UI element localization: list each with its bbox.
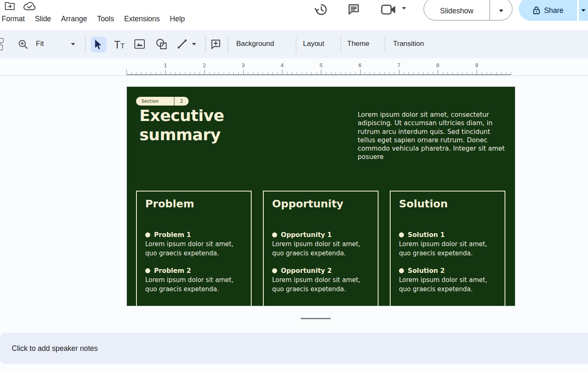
ruler-tick bbox=[233, 72, 234, 74]
ruler-tick bbox=[452, 72, 453, 74]
list-item: Solution 1 Lorem ipsum dolor sit amet, q… bbox=[399, 231, 496, 258]
slide[interactable]: Section 2 Executive summary Lorem ipsum … bbox=[127, 87, 515, 306]
ruler-tick bbox=[238, 72, 239, 74]
ruler-tick bbox=[389, 72, 389, 74]
camera-dropdown-caret[interactable] bbox=[402, 7, 406, 10]
speaker-notes-input[interactable]: Click to add speaker notes bbox=[0, 333, 588, 364]
ruler-tick bbox=[462, 72, 462, 74]
ruler-tick bbox=[302, 72, 302, 74]
line-icon bbox=[176, 38, 188, 50]
ruler-tick bbox=[496, 72, 497, 74]
ruler-tick bbox=[501, 72, 502, 74]
ruler-tick bbox=[204, 70, 205, 74]
ruler-tick bbox=[384, 72, 385, 74]
toolbar-divider bbox=[228, 36, 228, 53]
ruler-tick bbox=[316, 72, 317, 74]
menu-help[interactable]: Help bbox=[165, 13, 190, 25]
ruler-tick bbox=[224, 72, 224, 74]
slide-intro-text[interactable]: Lorem ipsum dolor sit amet, consectetur … bbox=[358, 111, 507, 161]
item-body: Lorem ipsum dolor sit amet, quo graecis … bbox=[272, 240, 369, 258]
item-body: Lorem ipsum dolor sit amet, quo graecis … bbox=[272, 276, 369, 294]
add-comment-button[interactable] bbox=[209, 38, 222, 51]
ruler-tick bbox=[136, 72, 136, 74]
column-problem[interactable]: Problem Problem 1 Lorem ipsum dolor sit … bbox=[136, 191, 252, 306]
zoom-level-select[interactable]: Fit bbox=[36, 40, 44, 48]
ruler-tick bbox=[219, 72, 219, 74]
ruler-tick bbox=[243, 70, 244, 74]
slide-title[interactable]: Executive summary bbox=[139, 106, 248, 144]
ruler-number: 7 bbox=[397, 62, 401, 68]
line-dropdown-caret[interactable] bbox=[192, 43, 196, 45]
image-icon bbox=[134, 38, 146, 50]
item-label: Opportunity 1 bbox=[281, 231, 332, 239]
menu-format[interactable]: Format bbox=[0, 13, 30, 25]
ruler-tick bbox=[438, 70, 438, 74]
share-button[interactable]: Share bbox=[519, 0, 577, 21]
ruler-tick bbox=[165, 70, 166, 74]
background-button[interactable]: Background bbox=[236, 40, 274, 48]
item-body: Lorem ipsum dolor sit amet, quo graecis … bbox=[399, 276, 496, 294]
section-badge[interactable]: Section 2 bbox=[136, 97, 189, 106]
notes-resize-handle[interactable] bbox=[300, 318, 331, 319]
menu-tools[interactable]: Tools bbox=[92, 13, 119, 25]
menu-slide[interactable]: Slide bbox=[30, 13, 56, 25]
item-body: Lorem ipsum dolor sit amet, quo graecis … bbox=[145, 276, 242, 294]
toolbar-divider bbox=[341, 36, 341, 53]
shape-tool-button[interactable] bbox=[154, 38, 169, 51]
ruler-tick bbox=[229, 72, 229, 74]
ruler-tick bbox=[287, 72, 288, 74]
ruler-tick bbox=[472, 72, 472, 74]
column-solution[interactable]: Solution Solution 1 Lorem ipsum dolor si… bbox=[390, 191, 505, 306]
ruler-number: 1 bbox=[164, 62, 167, 68]
transition-button[interactable]: Transition bbox=[393, 40, 424, 48]
select-tool-button[interactable] bbox=[91, 37, 106, 53]
slideshow-button[interactable]: Slideshow bbox=[424, 0, 490, 20]
meet-camera-button[interactable] bbox=[380, 3, 399, 18]
ruler-tick bbox=[433, 72, 433, 74]
ruler-tick bbox=[341, 72, 341, 74]
textbox-tool-button[interactable]: TT bbox=[111, 38, 128, 52]
share-dropdown-button[interactable] bbox=[579, 0, 588, 21]
ruler-tick bbox=[447, 72, 448, 74]
slideshow-dropdown-button[interactable] bbox=[490, 0, 512, 20]
ruler-tick bbox=[199, 72, 200, 74]
version-history-button[interactable] bbox=[313, 2, 330, 18]
zoom-dropdown-caret[interactable] bbox=[71, 43, 75, 45]
layout-button[interactable]: Layout bbox=[303, 40, 324, 48]
bullet-icon bbox=[145, 268, 150, 273]
column-opportunity[interactable]: Opportunity Opportunity 1 Lorem ipsum do… bbox=[263, 191, 379, 306]
ruler-tick bbox=[365, 72, 365, 74]
theme-button[interactable]: Theme bbox=[347, 40, 369, 48]
ruler-tick bbox=[282, 70, 283, 74]
cloud-saved-icon[interactable] bbox=[23, 1, 37, 12]
list-item: Problem 2 Lorem ipsum dolor sit amet, qu… bbox=[145, 267, 242, 294]
ruler-tick bbox=[331, 72, 331, 74]
zoom-button[interactable] bbox=[17, 39, 29, 51]
comments-button[interactable] bbox=[345, 2, 362, 18]
menu-arrange[interactable]: Arrange bbox=[56, 13, 92, 25]
ruler-tick bbox=[253, 72, 253, 74]
ruler-tick bbox=[297, 72, 297, 74]
ruler-tick bbox=[151, 72, 151, 74]
ruler-tick bbox=[346, 72, 346, 74]
ruler-number: 9 bbox=[475, 62, 478, 68]
line-tool-button[interactable] bbox=[175, 38, 189, 51]
ruler-tick bbox=[506, 72, 506, 74]
section-badge-number: 2 bbox=[174, 97, 189, 106]
ruler-tick bbox=[194, 72, 195, 74]
move-to-folder-icon[interactable] bbox=[4, 0, 15, 12]
section-badge-label: Section bbox=[136, 97, 174, 106]
ruler-tick bbox=[146, 72, 146, 74]
ruler-tick bbox=[414, 72, 414, 74]
ruler-tick bbox=[428, 72, 429, 74]
ruler-tick bbox=[214, 72, 215, 74]
insert-image-button[interactable] bbox=[133, 38, 146, 51]
item-label: Solution 1 bbox=[408, 231, 445, 239]
menu-extensions[interactable]: Extensions bbox=[119, 13, 165, 25]
ruler-tick bbox=[394, 72, 394, 74]
ruler-tick bbox=[360, 70, 361, 74]
cursor-icon bbox=[94, 40, 103, 50]
ruler-tick bbox=[258, 72, 258, 74]
paint-format-icon-partial[interactable] bbox=[0, 38, 8, 53]
bullet-icon bbox=[399, 232, 404, 237]
